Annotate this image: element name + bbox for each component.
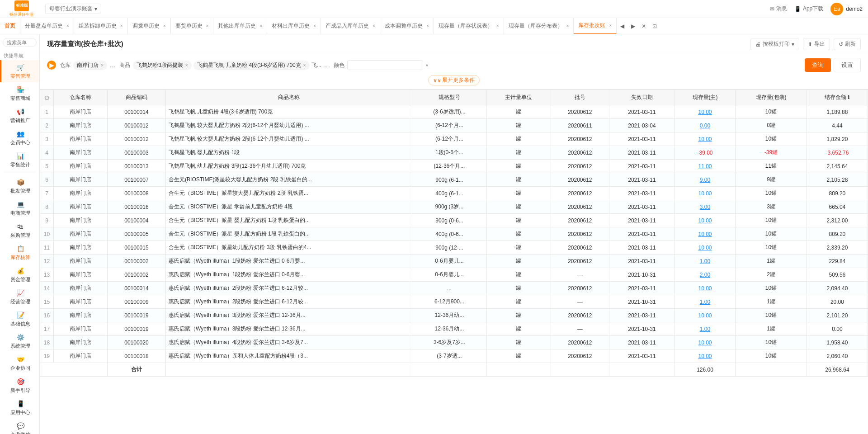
message-button[interactable]: ✉ 消息 xyxy=(770,5,787,13)
org-selector[interactable]: 母婴行业演示账套 ▾ xyxy=(45,4,101,14)
sidebar-item-qi-ye-wei[interactable]: 💬 企业微信 xyxy=(0,419,39,434)
tab-chan-pin[interactable]: 产成品入库单历史 × xyxy=(321,18,380,34)
expand-filters-button[interactable]: ▶ xyxy=(47,61,56,70)
tab-fen-pan[interactable]: 分量盘点单历史 × xyxy=(20,18,74,34)
close-icon[interactable]: × xyxy=(163,24,166,28)
close-icon[interactable]: × xyxy=(426,24,429,28)
cell-name: 合生元（BIOSTIME）派星 婴儿配方奶粉 1段 乳铁蛋白的... xyxy=(166,214,412,227)
sidebar-item-marketing[interactable]: 📢 营销推广 xyxy=(0,104,39,127)
tab-zu-chai[interactable]: 组装拆卸单历史 × xyxy=(74,18,128,34)
export-button[interactable]: ⬆ 导出 xyxy=(803,38,830,50)
sidebar-item-e-com[interactable]: 💻 电商管理 xyxy=(0,197,39,219)
sidebar-item-xin-shou[interactable]: 🎯 新手引导 xyxy=(0,374,39,396)
th-settings[interactable]: ⊙ xyxy=(40,90,54,105)
qty-main-value[interactable]: 10.00 xyxy=(698,217,712,224)
expand-more-button[interactable]: ∨∨ 展开更多条件 xyxy=(428,75,480,85)
content-area: 现存量查询(按仓库+批次) 🖨 按模板打印 ▾ ⬆ 导出 ↺ 刷新 xyxy=(40,34,868,434)
filter-more-goods-icon[interactable]: ... xyxy=(324,61,330,69)
sidebar-item-ku-cun[interactable]: 📋 库存核算 xyxy=(0,241,39,264)
tab-xian-cun-2[interactable]: 现存量（库存分布表） × xyxy=(504,18,574,34)
qty-main-value[interactable]: 3.00 xyxy=(700,204,710,210)
sidebar-item-xi-tong[interactable]: ⚙️ 系统管理 xyxy=(0,330,39,352)
sidebar-item-zero-stat[interactable]: 📊 零售统计 xyxy=(0,149,39,171)
qty-main-value[interactable]: 10.00 xyxy=(698,340,712,346)
cell-amount: -3,652.76 xyxy=(807,146,868,160)
tab-prev-button[interactable]: ◀ xyxy=(617,18,627,34)
qty-main-value[interactable]: 11.00 xyxy=(698,163,712,170)
qty-main-value[interactable]: 10.00 xyxy=(698,245,712,251)
qty-main-value[interactable]: 10.00 xyxy=(698,231,712,237)
close-icon[interactable]: × xyxy=(66,24,69,28)
close-icon[interactable]: × xyxy=(496,24,499,28)
sidebar-item-zi-jin[interactable]: 💰 资金管理 xyxy=(0,264,39,286)
sidebar-item-pi-fa[interactable]: 📦 批发管理 xyxy=(0,175,39,197)
filter-more-icon[interactable]: ... xyxy=(110,61,116,69)
tab-cheng-ben[interactable]: 成本调整单历史 × xyxy=(380,18,434,34)
settings-icon[interactable]: ⊙ xyxy=(44,94,50,101)
setting-button[interactable]: 设置 xyxy=(834,58,861,72)
tab-yao-huo[interactable]: 要货单历史 × xyxy=(171,18,214,34)
tab-next-button[interactable]: ▶ xyxy=(627,18,638,34)
qty-main-value[interactable]: 10.00 xyxy=(698,285,712,292)
template-print-button[interactable]: 🖨 按模板打印 ▾ xyxy=(750,38,799,50)
tab-close-button[interactable]: ✕ xyxy=(638,18,649,34)
close-icon[interactable]: × xyxy=(313,24,316,28)
refresh-button[interactable]: ↺ 刷新 xyxy=(834,38,861,50)
cell-amount: 2,060.40 xyxy=(807,349,868,363)
row-index: 14 xyxy=(40,282,54,295)
tag-close-icon[interactable]: × xyxy=(101,63,104,68)
qty-main-value[interactable]: 10.00 xyxy=(698,109,712,115)
qty-main-value[interactable]: 10.00 xyxy=(698,312,712,319)
tab-diao-bo[interactable]: 调拨单历史 × xyxy=(128,18,171,34)
color-input[interactable] xyxy=(347,60,423,70)
cell-name: 合生元(BIOSTIME)派星较大婴儿配方奶粉 2段 乳铁蛋白的... xyxy=(166,173,412,187)
tab-expand-button[interactable]: ⊡ xyxy=(649,18,660,34)
sidebar-item-zero-mgmt[interactable]: 🛒 零售管理 xyxy=(0,60,39,82)
sidebar-item-ying-yong[interactable]: 📱 应用中心 xyxy=(0,396,39,419)
tab-xian-cun-pici[interactable]: 库存批次账 × xyxy=(574,18,617,34)
cell-name: 飞鹤星飞帆 儿童奶粉 4段(3-6岁适用) 700克 xyxy=(166,105,412,119)
tab-home[interactable]: 首页 xyxy=(0,18,20,34)
query-button[interactable]: 查询 xyxy=(805,58,831,72)
color-dropdown-icon[interactable]: ▾ xyxy=(426,63,428,68)
tag-close-icon[interactable]: × xyxy=(185,63,188,68)
tab-qi-ta[interactable]: 其他出库单历史 × xyxy=(213,18,267,34)
qty-main-value[interactable]: 10.00 xyxy=(698,190,712,197)
sidebar-item-qi-ye[interactable]: 🤝 企业协同 xyxy=(0,352,39,374)
search-input[interactable] xyxy=(3,38,37,47)
cell-batch: 20200612 xyxy=(551,349,609,363)
message-icon: ✉ xyxy=(770,6,774,12)
row-index: 4 xyxy=(40,146,54,160)
qty-main-value[interactable]: 1.00 xyxy=(700,258,710,264)
sidebar-item-label: 会员中心 xyxy=(10,139,30,146)
tab-xian-cun-1[interactable]: 现存量（库存状况表） × xyxy=(434,18,504,34)
sidebar-item-jing-ying[interactable]: 📈 经营管理 xyxy=(0,286,39,308)
qty-pkg-value: 10罐 xyxy=(765,136,777,142)
app-download-button[interactable]: 📱 App下载 xyxy=(794,5,823,13)
close-icon[interactable]: × xyxy=(566,24,569,28)
sidebar-item-cai-gou[interactable]: 🛍 采购管理 xyxy=(0,219,39,241)
user-area[interactable]: Ea demo2 xyxy=(830,3,863,15)
close-icon[interactable]: × xyxy=(609,23,612,28)
sidebar-item-ji-chu[interactable]: 📝 基础信息 xyxy=(0,308,39,330)
qty-main-value[interactable]: 9.00 xyxy=(700,177,710,183)
close-icon[interactable]: × xyxy=(120,24,123,28)
cell-expire: 2021-10-31 xyxy=(609,295,675,309)
close-icon[interactable]: × xyxy=(259,24,262,28)
row-index: 6 xyxy=(40,173,54,187)
tab-cai-liao[interactable]: 材料出库单历史 × xyxy=(267,18,321,34)
qty-main-value[interactable]: 1.00 xyxy=(700,299,710,305)
qty-main-value[interactable]: 10.00 xyxy=(698,353,712,359)
sidebar-item-member[interactable]: 👥 会员中心 xyxy=(0,127,39,149)
close-icon[interactable]: × xyxy=(206,24,209,28)
qty-main-value[interactable]: 2.00 xyxy=(700,272,710,278)
qty-main-value[interactable]: 10.00 xyxy=(698,136,712,142)
close-icon[interactable]: × xyxy=(373,24,375,28)
qty-main-value[interactable]: 1.00 xyxy=(700,326,710,332)
purchase-icon: 🛍 xyxy=(16,222,25,231)
qty-main-value[interactable]: 0.00 xyxy=(700,123,710,129)
cell-code: 00100012 xyxy=(107,119,165,132)
sidebar-item-zero-shop[interactable]: 🏪 零售商城 xyxy=(0,82,39,104)
management-icon: 📈 xyxy=(16,288,25,297)
tag-close-icon[interactable]: × xyxy=(303,63,306,68)
